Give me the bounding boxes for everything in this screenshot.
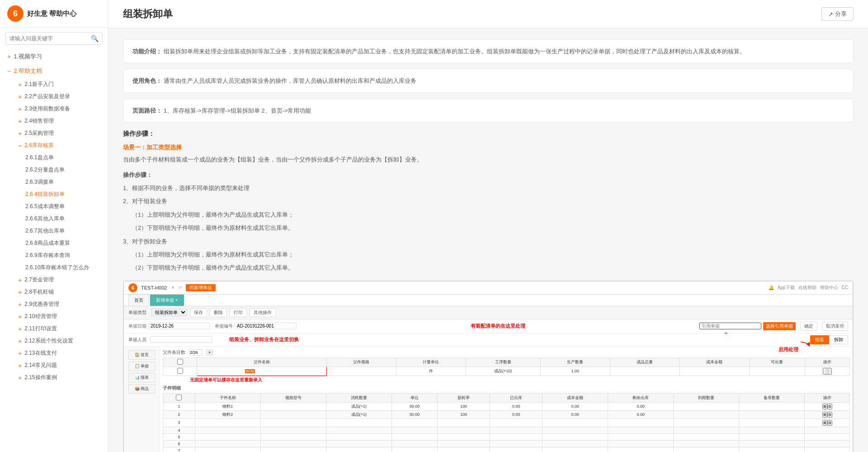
confirm-btn[interactable]: 确定 — [800, 322, 817, 331]
col-loss-rate: 损耗率 — [438, 393, 490, 402]
row-del-btn3[interactable]: ⊟ — [827, 420, 832, 426]
sidebar-item-2-6-10[interactable]: 2.6.10库存账本错了怎么办 — [22, 262, 108, 274]
sidebar-item-2-6-9[interactable]: 2.6.9库存账本查询 — [22, 249, 108, 262]
col-reserve-qty: 备库数量 — [739, 393, 805, 402]
sidebar-item-2-6[interactable]: − 2.6库存核算 — [14, 139, 108, 152]
sub-form-bar: 单据人员 组装业务、拆卸业务在这里切换 组装 拆卸 启用处理 — [124, 333, 853, 347]
sidebar-item-2-1[interactable]: + 2.1新手入门 — [14, 78, 108, 90]
expand-icon: + — [18, 313, 22, 320]
sidebar-item-2-6-5[interactable]: 2.6.5成本调整单 — [22, 200, 108, 213]
check-all2[interactable] — [176, 395, 182, 400]
sidebar-nav: + 1.视频学习 − 2.帮助文档 + 2.1新手入门 + 2.2产品安装及登录… — [0, 49, 108, 452]
col-check — [163, 357, 197, 366]
topbar-right-icons: 🔔 App下载 在线帮助 帮助中心 CC — [769, 285, 848, 291]
step2: 2、对于组装业务 — [123, 196, 854, 206]
role-label: 使用角色： — [132, 77, 162, 84]
app-download: App下载 — [778, 285, 795, 291]
check-all[interactable] — [177, 359, 183, 365]
parent-name-input[interactable] — [256, 369, 278, 373]
delete-btn[interactable]: 删除 — [210, 308, 227, 317]
share-button[interactable]: ↗ 分享 — [821, 7, 854, 21]
sidebar-item-2-5[interactable]: + 2.5采购管理 — [14, 127, 108, 139]
cancel-btn[interactable]: 取消某些 — [822, 322, 848, 331]
sidebar-item-2-4[interactable]: + 2.4销售管理 — [14, 115, 108, 127]
sub-num-input[interactable] — [150, 336, 212, 343]
row-copy-btn2[interactable]: ⊞ — [822, 412, 827, 418]
child-section-label: 子件明细 — [163, 385, 181, 390]
expand-icon: + — [18, 93, 22, 100]
sidebar-item-2-6-8[interactable]: 2.6.8商品成本重算 — [22, 237, 108, 249]
bottom-table-header: 子件明细 — [163, 385, 850, 391]
sidebar-item-2-2[interactable]: + 2.2产品安装及登录 — [14, 90, 108, 103]
tab-assemble[interactable]: 组装 — [810, 335, 829, 344]
search-bar[interactable]: 🔍 — [5, 32, 103, 45]
col-consume-qty: 消耗数量 — [326, 393, 392, 402]
table-row: 4 — [163, 427, 850, 433]
sidebar-item-video[interactable]: + 1.视频学习 — [0, 49, 108, 64]
sidebar-item-2-14[interactable]: + 2.14常见问题 — [14, 359, 108, 371]
table-row: 5 — [163, 433, 850, 440]
sidebar-item-2-3[interactable]: + 2.3使用前数据准备 — [14, 103, 108, 115]
sidebar-item-2-8[interactable]: + 2.8手机旺铺 — [14, 286, 108, 298]
annotation-switch: 组装业务、拆卸业务在这里切换 — [229, 336, 299, 343]
sidebar-item-2-6-7[interactable]: 2.6.7其他出库单 — [22, 225, 108, 237]
icon-doc[interactable]: 📋 单据 — [128, 362, 156, 371]
sidebar-item-2-7[interactable]: + 2.7资金管理 — [14, 274, 108, 286]
search-input[interactable] — [9, 35, 91, 42]
sidebar-item-2-6-4[interactable]: 2.6.4组装拆卸单 — [22, 188, 108, 200]
sidebar-item-2-6-6[interactable]: 2.6.6其他入库单 — [22, 213, 108, 225]
col-ops: 操作 — [805, 357, 849, 366]
expand-icon: + — [18, 81, 22, 88]
app-name: 好生意 帮助中心 — [27, 10, 76, 18]
print-btn[interactable]: 打印 — [230, 308, 247, 317]
expand-icon: + — [18, 301, 22, 308]
doc-type-select[interactable]: 组装拆卸单 — [151, 309, 187, 316]
sidebar-item-2-9[interactable]: + 2.9优惠券管理 — [14, 298, 108, 310]
col-parent-name: 父件名称 — [197, 357, 327, 366]
tab-disassemble[interactable]: 拆卸 — [829, 335, 848, 344]
table-row: 3 ⊞⊟ — [163, 419, 850, 427]
expand-icon: + — [18, 325, 22, 333]
icon-report[interactable]: 📊 报表 — [128, 373, 156, 382]
top-count-input[interactable] — [189, 349, 203, 356]
company-name: TEST-H002 — [141, 285, 167, 290]
step3: 3、对于拆卸业务 — [123, 236, 854, 247]
app-content-area: 🏠 首页 📋 单据 📊 报表 📦 商品 父件条目数 + — [124, 347, 853, 452]
add-row-btn[interactable]: + — [206, 349, 213, 356]
row-check[interactable] — [177, 368, 183, 374]
tab-new-doc[interactable]: 新增单据 × — [150, 295, 184, 306]
app-main-content: 父件条目数 + 父件名称 父件规格 计量单位 — [160, 347, 853, 452]
row-edit-btn[interactable]: 📋 — [823, 368, 832, 375]
other-ops-btn[interactable]: 其他操作 — [250, 308, 276, 317]
sidebar-item-2-10[interactable]: + 2.10经营管理 — [14, 310, 108, 323]
tab-home[interactable]: 首页 — [128, 295, 149, 306]
sidebar-item-2-6-1[interactable]: 2.6.1盘点单 — [22, 152, 108, 164]
new-doc-topbtn[interactable]: 闭新增单据 — [186, 284, 216, 291]
icon-home[interactable]: 🏠 首页 — [128, 350, 156, 360]
row-copy-btn3[interactable]: ⊞ — [822, 420, 827, 426]
sidebar-item-2-15[interactable]: + 2.15操作案例 — [14, 371, 108, 384]
save-btn[interactable]: 保存 — [190, 308, 207, 317]
sidebar-item-2-6-2[interactable]: 2.6.2分量盘点单 — [22, 164, 108, 176]
path-block: 页面路径： 1、库存核算->库存管理->组装拆卸单 2、首页->常用功能 — [123, 99, 854, 123]
row-del-btn2[interactable]: ⊟ — [827, 412, 832, 418]
ref-doc-btn[interactable]: 选择引用单据 — [763, 322, 796, 330]
sidebar-item-2-11[interactable]: + 2.11打印设置 — [14, 323, 108, 335]
icon-product[interactable]: 📦 商品 — [128, 384, 156, 394]
parent-table: 父件名称 父件规格 计量单位 工序数量 生产数量 成品总量 成本金额 可出量 操… — [163, 357, 850, 376]
ref-doc-input[interactable] — [699, 323, 761, 329]
intro-label: 功能介绍： — [132, 48, 162, 55]
expand-icon: + — [18, 276, 22, 284]
sidebar-item-2-6-3[interactable]: 2.6.3调拨单 — [22, 176, 108, 188]
row-del-btn[interactable]: ⊟ — [827, 404, 832, 409]
sidebar-item-2-12[interactable]: + 2.12系统个性化设置 — [14, 335, 108, 347]
sidebar-item-2-13[interactable]: + 2.13在线支付 — [14, 347, 108, 359]
step2-1: （1）上部明细为父件明细，最终作为产成品生成其它入库单； — [132, 209, 854, 220]
doc-no-input[interactable] — [235, 323, 297, 329]
date-input[interactable] — [148, 323, 210, 329]
sidebar-item-docs[interactable]: − 2.帮助文档 — [0, 64, 108, 78]
bell-icon: 🔔 — [769, 285, 774, 290]
ops-label: 操作步骤： — [123, 130, 854, 138]
row-copy-btn[interactable]: ⊞ — [822, 404, 827, 409]
col-check2 — [163, 393, 195, 402]
